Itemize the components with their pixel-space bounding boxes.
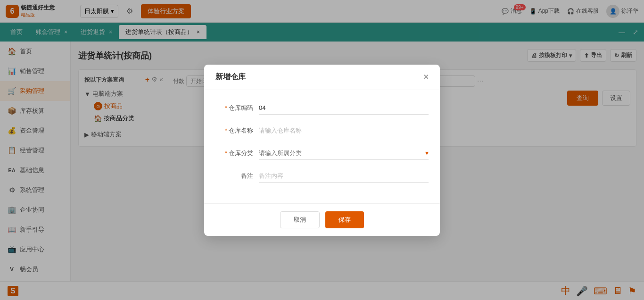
warehouse-category-input[interactable]	[259, 147, 425, 159]
warehouse-code-label: 仓库编码	[215, 104, 253, 112]
warehouse-name-label: 仓库名称	[215, 126, 253, 135]
modal-close-icon[interactable]: ×	[423, 72, 429, 82]
cancel-button[interactable]: 取消	[280, 211, 320, 228]
new-warehouse-modal: 新增仓库 × 仓库编码 仓库名称 仓库分类 ▾	[204, 65, 440, 236]
warehouse-code-input[interactable]	[259, 101, 429, 115]
modal-footer: 取消 保存	[204, 203, 440, 236]
save-button[interactable]: 保存	[325, 211, 364, 228]
modal-overlay: 新增仓库 × 仓库编码 仓库名称 仓库分类 ▾	[0, 0, 644, 300]
warehouse-category-row: 仓库分类 ▾	[215, 147, 429, 160]
warehouse-code-row: 仓库编码	[215, 101, 429, 115]
modal-body: 仓库编码 仓库名称 仓库分类 ▾ 备注	[204, 90, 440, 203]
warehouse-remark-row: 备注	[215, 169, 429, 183]
warehouse-name-input[interactable]	[259, 124, 429, 137]
warehouse-remark-input[interactable]	[259, 169, 429, 183]
modal-title: 新增仓库	[215, 72, 246, 82]
warehouse-category-select-wrapper[interactable]: ▾	[259, 147, 429, 160]
category-dropdown-icon: ▾	[425, 149, 429, 157]
warehouse-category-label: 仓库分类	[215, 149, 253, 158]
warehouse-name-row: 仓库名称	[215, 124, 429, 137]
warehouse-remark-label: 备注	[215, 172, 253, 180]
modal-header: 新增仓库 ×	[204, 65, 440, 90]
